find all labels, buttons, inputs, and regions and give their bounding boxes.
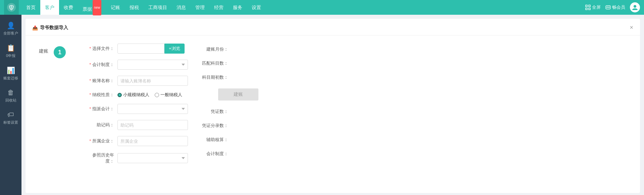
build-month-row: 建账月份：: [201, 46, 275, 52]
belong-company-row: * 所属企业：: [87, 136, 188, 146]
form-wrapper: 建账 1 * 选择文件： +浏览: [26, 36, 640, 178]
user-avatar[interactable]: [630, 2, 640, 12]
svg-rect-4: [589, 8, 590, 10]
build-month-label: 建账月份：: [201, 46, 232, 52]
step-label: 建账: [39, 46, 48, 54]
accounting-system-label: * 会计制度：: [87, 62, 117, 68]
nav-item-business[interactable]: 工商项目: [144, 0, 172, 15]
voucher-count-row: 凭证数：: [201, 109, 275, 115]
dialog-card: 📤 导爷数据导入 × 建账 1 * 选择文件：: [26, 19, 640, 193]
step-circle: 1: [54, 46, 66, 58]
voucher-entries-row: 凭证分录数：: [201, 123, 275, 129]
memo-code-label: 助记码：: [87, 122, 117, 128]
nav-items: 首页 客户 收费 票据new 记账 报税 工商项目 消息 管理 经营 服务 设置: [21, 0, 585, 15]
title-icon: 📤: [32, 25, 38, 30]
logo: [4, 0, 19, 15]
new-badge: new: [93, 0, 101, 15]
nav-item-management[interactable]: 管理: [191, 0, 209, 15]
browse-button[interactable]: +浏览: [164, 44, 185, 54]
voucher-entries-label: 凭证分录数：: [201, 123, 232, 129]
radio-general-input[interactable]: [155, 93, 159, 97]
svg-point-6: [634, 5, 636, 8]
svg-rect-5: [606, 6, 610, 9]
logo-icon: [7, 3, 16, 12]
nav-item-tax[interactable]: 报税: [125, 0, 144, 15]
form-left: * 选择文件： +浏览 * 会计制度：: [87, 44, 188, 170]
assign-accountant-row: * 指派会计：: [87, 104, 188, 114]
card-header: 📤 导爷数据导入 ×: [26, 19, 640, 36]
create-account-button[interactable]: 建账: [218, 88, 258, 101]
accounting-system-row: * 会计制度：: [87, 60, 188, 70]
belong-company-label: * 所属企业：: [87, 138, 117, 144]
declare-label: 0申报: [6, 53, 15, 58]
memo-code-row: 助记码：: [87, 120, 188, 130]
all-clients-icon: 👤: [7, 21, 15, 29]
tags-icon: 🏷: [7, 111, 14, 119]
radio-small-scale-input[interactable]: [117, 93, 122, 97]
nav-item-home[interactable]: 首页: [21, 0, 40, 15]
match-subjects-row: 匹配科目数：: [201, 60, 275, 66]
reference-year-select[interactable]: [117, 153, 188, 163]
svg-rect-2: [589, 5, 590, 7]
fullscreen-icon: [585, 5, 591, 10]
vip-button[interactable]: 畅会员: [605, 4, 625, 10]
close-button[interactable]: ×: [630, 24, 633, 31]
nav-item-service[interactable]: 服务: [228, 0, 247, 15]
tax-type-radio-group: 小规模纳税人 一般纳税人: [117, 92, 182, 98]
assign-accountant-select[interactable]: [117, 104, 188, 114]
ledger-name-input[interactable]: [117, 76, 188, 86]
fullscreen-label: 全屏: [592, 4, 601, 10]
nav-right: 全屏 畅会员: [585, 2, 640, 12]
title-text: 导爷数据导入: [40, 25, 68, 31]
file-input[interactable]: [117, 44, 164, 54]
nav-item-bookkeeping[interactable]: 记账: [106, 0, 125, 15]
tax-type-label: * 纳税性质：: [87, 92, 117, 98]
sidebar: 👤 全部客户 📋 0申报 📊 账套迁移 🗑 回收站 🏷 标签设置: [0, 15, 21, 195]
migrate-label: 账套迁移: [3, 76, 18, 81]
sidebar-item-trash[interactable]: 🗑 回收站: [0, 85, 21, 107]
file-row: * 选择文件： +浏览: [87, 44, 188, 54]
accounting-system-right-row: 会计制度：: [201, 151, 275, 157]
belong-company-input[interactable]: [117, 136, 188, 146]
sidebar-item-all-clients[interactable]: 👤 全部客户: [0, 17, 21, 40]
sidebar-item-declare[interactable]: 📋 0申报: [0, 40, 21, 62]
accounting-system-select[interactable]: [117, 60, 188, 70]
svg-rect-1: [586, 5, 587, 7]
declare-icon: 📋: [7, 44, 15, 52]
tax-type-row: * 纳税性质： 小规模纳税人 一般纳税人: [87, 92, 188, 98]
match-subjects-label: 匹配科目数：: [201, 60, 232, 66]
nav-item-clients[interactable]: 客户: [40, 0, 59, 15]
memo-code-input[interactable]: [117, 120, 188, 130]
file-input-group: +浏览: [117, 44, 185, 54]
all-clients-label: 全部客户: [3, 31, 18, 36]
radio-small-scale-label: 小规模纳税人: [123, 92, 149, 98]
reference-year-row: 参照历史年度：: [87, 152, 188, 164]
main-layout: 👤 全部客户 📋 0申报 📊 账套迁移 🗑 回收站 🏷 标签设置 📤 导: [0, 15, 644, 195]
reference-year-label: 参照历史年度：: [87, 152, 117, 164]
fullscreen-button[interactable]: 全屏: [585, 4, 601, 10]
accounting-system-right-label: 会计制度：: [201, 151, 232, 157]
assign-accountant-label: * 指派会计：: [87, 106, 117, 112]
sidebar-item-migrate[interactable]: 📊 账套迁移: [0, 62, 21, 85]
nav-item-operations[interactable]: 经营: [209, 0, 228, 15]
radio-general[interactable]: 一般纳税人: [155, 92, 182, 98]
aux-accounting-row: 辅助核算：: [201, 137, 275, 143]
radio-small-scale[interactable]: 小规模纳税人: [117, 92, 149, 98]
right-panel: 建账月份： 匹配科目数： 科目期初数： 建账: [201, 44, 275, 170]
nav-item-settings[interactable]: 设置: [247, 0, 266, 15]
nav-item-invoice[interactable]: 票据new: [78, 0, 106, 15]
nav-item-messages[interactable]: 消息: [172, 0, 191, 15]
vip-icon: [605, 5, 611, 10]
nav-item-billing[interactable]: 收费: [59, 0, 78, 15]
sidebar-item-tags[interactable]: 🏷 标签设置: [0, 107, 21, 129]
vip-label: 畅会员: [612, 4, 625, 10]
ledger-name-label: * 账簿名称：: [87, 78, 117, 84]
trash-icon: 🗑: [7, 89, 14, 96]
create-btn-area: 建账: [201, 88, 275, 101]
file-label: * 选择文件：: [87, 46, 117, 52]
trash-label: 回收站: [5, 98, 16, 103]
radio-general-label: 一般纳税人: [160, 92, 182, 98]
ledger-name-row: * 账簿名称：: [87, 76, 188, 86]
content-area: 📤 导爷数据导入 × 建账 1 * 选择文件：: [21, 15, 644, 195]
svg-rect-3: [586, 8, 587, 10]
